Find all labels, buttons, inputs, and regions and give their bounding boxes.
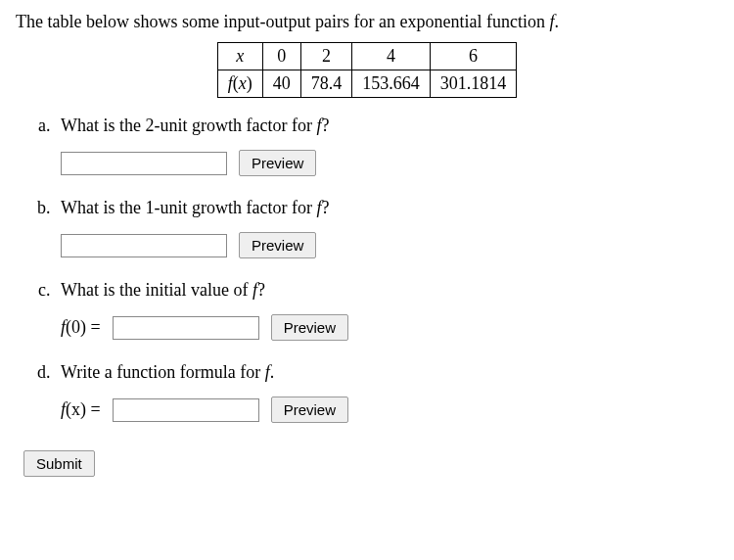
intro-text: The table below shows some input-output … — [16, 12, 718, 32]
part-d-prefix: f(x) = — [61, 399, 101, 420]
table-cell: 2 — [300, 43, 352, 70]
part-b-qsuffix: ? — [321, 198, 329, 217]
part-b: What is the 1-unit growth factor for f? … — [55, 198, 718, 258]
data-table: x 0 2 4 6 f(x) 40 78.4 153.664 301.1814 — [217, 42, 518, 98]
table-cell: 153.664 — [352, 70, 431, 98]
table-cell: 40 — [262, 70, 300, 98]
preview-button[interactable]: Preview — [271, 314, 348, 341]
part-d-qsuffix: . — [270, 362, 275, 382]
part-a-input[interactable] — [61, 152, 227, 175]
table-cell: 4 — [352, 43, 431, 70]
part-c-input[interactable] — [113, 316, 259, 340]
part-a-question: What is the 2-unit growth factor for — [61, 116, 316, 135]
intro-prefix: The table below shows some input-output … — [16, 12, 549, 31]
intro-suffix: . — [554, 12, 559, 31]
table-header-x: x — [217, 43, 262, 70]
table-cell: 6 — [430, 43, 517, 70]
part-c-prefix: f(0) = — [61, 317, 101, 338]
preview-button[interactable]: Preview — [271, 397, 348, 423]
preview-button[interactable]: Preview — [239, 232, 316, 258]
table-cell: 78.4 — [300, 70, 352, 98]
preview-button[interactable]: Preview — [239, 150, 316, 176]
parts-list: What is the 2-unit growth factor for f? … — [16, 116, 718, 423]
part-c-qsuffix: ? — [257, 280, 265, 300]
table-row: x 0 2 4 6 — [217, 43, 517, 70]
table-cell: 0 — [262, 43, 300, 70]
table-row: f(x) 40 78.4 153.664 301.1814 — [217, 70, 517, 98]
submit-button[interactable]: Submit — [23, 450, 95, 477]
part-c: What is the initial value of f? f(0) = P… — [55, 280, 718, 341]
table-cell: 301.1814 — [430, 70, 517, 98]
part-b-input[interactable] — [61, 234, 227, 257]
table-header-fx: f(x) — [217, 70, 262, 98]
part-c-question: What is the initial value of — [61, 280, 252, 300]
part-a-qsuffix: ? — [321, 116, 329, 135]
part-d: Write a function formula for f. f(x) = P… — [55, 362, 718, 423]
part-d-question: Write a function formula for — [61, 362, 265, 382]
part-b-question: What is the 1-unit growth factor for — [61, 198, 316, 217]
part-d-input[interactable] — [113, 398, 259, 422]
part-a: What is the 2-unit growth factor for f? … — [55, 116, 718, 176]
